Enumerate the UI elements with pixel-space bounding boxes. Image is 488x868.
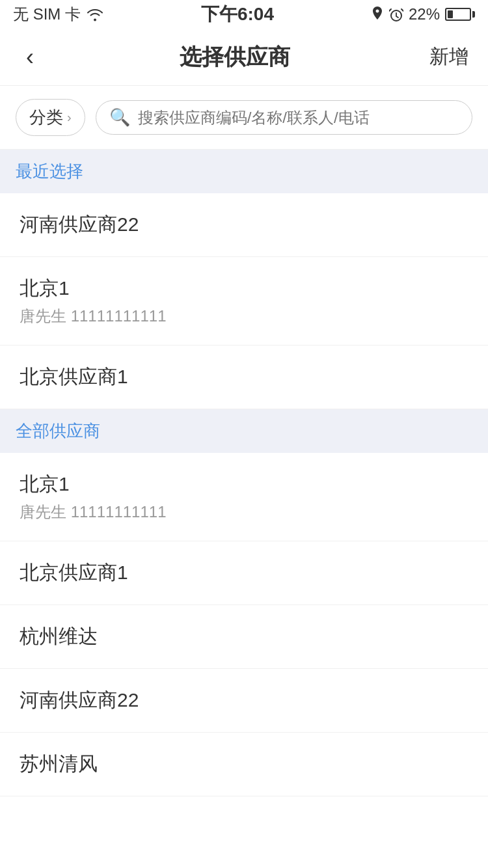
- all-items-list: 北京1唐先生 11111111111北京供应商1杭州维达河南供应商22苏州清风: [0, 453, 488, 796]
- status-bar: 无 SIM 卡 下午6:04 22%: [0, 0, 488, 29]
- list-item[interactable]: 河南供应商22: [0, 669, 488, 733]
- list-item[interactable]: 北京供应商1: [0, 541, 488, 605]
- add-button[interactable]: 新增: [429, 44, 468, 70]
- page-title: 选择供应商: [180, 42, 290, 72]
- recent-items-list: 河南供应商22北京1唐先生 11111111111北京供应商1: [0, 193, 488, 409]
- all-label: 全部供应商: [16, 421, 100, 441]
- category-button[interactable]: 分类 ›: [16, 99, 85, 136]
- filter-bar: 分类 › 🔍: [0, 86, 488, 150]
- item-name: 北京1: [20, 471, 468, 498]
- status-left: 无 SIM 卡: [13, 4, 104, 25]
- back-button[interactable]: ‹: [20, 37, 40, 77]
- search-input[interactable]: [138, 109, 459, 127]
- item-name: 北京供应商1: [20, 364, 468, 390]
- status-right: 22%: [371, 5, 475, 23]
- battery-icon: [445, 8, 475, 21]
- item-name: 北京1: [20, 275, 468, 302]
- item-name: 河南供应商22: [20, 687, 468, 714]
- nav-bar: ‹ 选择供应商 新增: [0, 29, 488, 86]
- chevron-right-icon: ›: [67, 110, 72, 125]
- list-item[interactable]: 河南供应商22: [0, 193, 488, 257]
- list-item[interactable]: 北京供应商1: [0, 346, 488, 409]
- item-name: 北京供应商1: [20, 560, 468, 586]
- wifi-icon: [86, 7, 104, 21]
- alarm-icon: [389, 7, 403, 22]
- status-time: 下午6:04: [201, 2, 274, 27]
- no-sim-text: 无 SIM 卡: [13, 4, 81, 25]
- search-icon: 🔍: [109, 107, 130, 128]
- item-sub: 唐先生 11111111111: [20, 502, 468, 522]
- item-name: 杭州维达: [20, 623, 468, 650]
- all-section-header: 全部供应商: [0, 409, 488, 453]
- battery-percent: 22%: [409, 5, 440, 23]
- location-icon: [371, 7, 384, 22]
- recent-section-header: 最近选择: [0, 150, 488, 193]
- list-item[interactable]: 杭州维达: [0, 605, 488, 669]
- item-sub: 唐先生 11111111111: [20, 306, 468, 327]
- category-label: 分类: [29, 106, 63, 129]
- list-item[interactable]: 苏州清风: [0, 733, 488, 796]
- item-name: 河南供应商22: [20, 211, 468, 238]
- recent-label: 最近选择: [16, 161, 83, 181]
- search-box[interactable]: 🔍: [96, 100, 472, 135]
- list-item[interactable]: 北京1唐先生 11111111111: [0, 257, 488, 346]
- list-item[interactable]: 北京1唐先生 11111111111: [0, 453, 488, 541]
- item-name: 苏州清风: [20, 751, 468, 778]
